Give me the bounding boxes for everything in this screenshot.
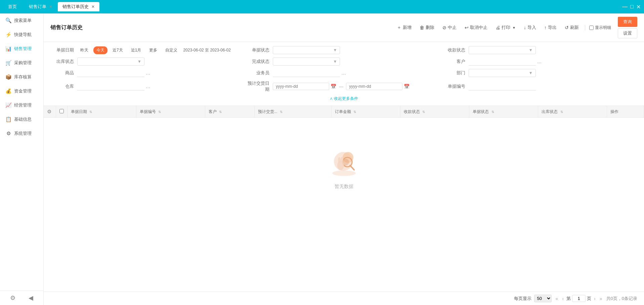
sidebar-item-management[interactable]: 📈 经营管理 bbox=[0, 98, 43, 112]
show-detail-checkbox[interactable]: 显示明细 bbox=[589, 25, 611, 31]
cancel-stop-button[interactable]: ↩ 取消中止 bbox=[463, 23, 489, 32]
total-info: 共0页，0条记录 bbox=[606, 296, 637, 302]
page-word: 第 bbox=[566, 296, 571, 302]
salesman-more-btn[interactable]: ... bbox=[341, 70, 346, 76]
bill-no-input[interactable] bbox=[469, 82, 536, 90]
filter-row-1: 单据日期 昨天 今天 近7天 近1月 更多 自定义 2023-06-02 至 2… bbox=[50, 46, 637, 54]
salesman-input[interactable] bbox=[273, 69, 340, 77]
th-settings[interactable]: ⚙ bbox=[44, 106, 56, 118]
show-detail-input[interactable] bbox=[589, 26, 594, 30]
table-gear-icon[interactable]: ⚙ bbox=[47, 109, 51, 114]
import-button[interactable]: ↓ 导入 bbox=[522, 23, 538, 32]
goods-more-btn[interactable]: ... bbox=[146, 70, 150, 76]
th-customer[interactable]: 客户 ⇅ bbox=[205, 106, 254, 118]
th-bill-no[interactable]: 单据编号 ⇅ bbox=[136, 106, 205, 118]
th-check[interactable] bbox=[56, 106, 67, 118]
collapse-sidebar-icon[interactable]: ◀ bbox=[29, 294, 33, 302]
sidebar-item-quick-nav[interactable]: ⚡ 快捷导航 bbox=[0, 28, 43, 42]
sidebar-item-basic-info[interactable]: 📋 基础信息 bbox=[0, 112, 43, 126]
last-page-button[interactable]: » bbox=[598, 295, 604, 302]
th-payment-status[interactable]: 收款状态 ⇅ bbox=[400, 106, 469, 118]
empty-illustration bbox=[327, 145, 361, 178]
filter-row-3: 商品 ... 业务员 ... 部门 ▼ bbox=[50, 69, 637, 77]
first-page-button[interactable]: « bbox=[554, 295, 560, 302]
main-layout: 🔍 搜索菜单 ⚡ 快捷导航 📊 销售管理 🛒 采购管理 📦 库存核算 💰 资金管… bbox=[0, 13, 644, 305]
th-date[interactable]: 单据日期 ⇅ bbox=[67, 106, 136, 118]
calendar-start-icon[interactable]: 📅 bbox=[331, 84, 336, 89]
select-all-checkbox[interactable] bbox=[59, 109, 64, 113]
window-controls: — □ ✕ bbox=[622, 4, 641, 10]
cancel-stop-icon: ↩ bbox=[465, 25, 469, 30]
page-label: 页 bbox=[587, 296, 591, 302]
salesman-label: 业务员 bbox=[246, 70, 273, 76]
th-bill-status[interactable]: 单据状态 ⇅ bbox=[469, 106, 538, 118]
warehouse-filter[interactable]: ... bbox=[77, 82, 246, 90]
payment-status-select[interactable]: ▼ bbox=[469, 46, 536, 54]
sidebar-item-finance[interactable]: 💰 资金管理 bbox=[0, 84, 43, 98]
date-btn-custom[interactable]: 自定义 bbox=[162, 46, 180, 54]
tab-close-history[interactable]: ✕ bbox=[91, 4, 95, 9]
refresh-button[interactable]: ↺ 刷新 bbox=[563, 23, 581, 32]
payment-status-arrow: ▼ bbox=[529, 48, 533, 52]
export-button[interactable]: ↑ 导出 bbox=[542, 23, 559, 32]
customer-more-btn[interactable]: ... bbox=[537, 59, 542, 65]
dept-filter[interactable]: ▼ bbox=[469, 69, 637, 77]
salesman-filter[interactable]: ... bbox=[273, 69, 441, 77]
bill-status-filter[interactable]: ▼ bbox=[273, 46, 441, 54]
out-status-filter[interactable]: ▼ bbox=[77, 58, 246, 66]
close-window-icon[interactable]: ✕ bbox=[636, 4, 641, 10]
warehouse-input[interactable] bbox=[77, 82, 144, 90]
page-size-select[interactable]: 50 10 20 100 bbox=[534, 295, 552, 302]
customer-input[interactable] bbox=[469, 58, 536, 66]
minimize-icon[interactable]: — bbox=[622, 4, 628, 10]
stop-button[interactable]: ⊘ 中止 bbox=[440, 23, 459, 32]
th-expected-date[interactable]: 预计交货... ⇅ bbox=[254, 106, 331, 118]
delete-icon: 🗑 bbox=[420, 25, 424, 30]
bill-status-select[interactable]: ▼ bbox=[273, 46, 340, 54]
settings-bottom-icon[interactable]: ⚙ bbox=[10, 294, 15, 302]
date-separator: — bbox=[339, 84, 343, 89]
goods-filter[interactable]: ... bbox=[77, 69, 246, 77]
content-area: 销售订单历史 ＋ 新增 🗑 删除 ⊘ 中止 ↩ 取消中止 bbox=[44, 13, 644, 305]
date-label: 单据日期 bbox=[50, 47, 77, 53]
goods-input[interactable] bbox=[77, 69, 144, 77]
sidebar-item-sales[interactable]: 📊 销售管理 bbox=[0, 42, 43, 56]
query-button[interactable]: 查询 bbox=[618, 17, 637, 27]
tab-close-sales-order[interactable]: ✕ bbox=[49, 4, 52, 9]
stop-icon: ⊘ bbox=[442, 25, 446, 30]
print-button[interactable]: 🖨 打印 ▼ bbox=[493, 23, 518, 32]
expected-date-start-input[interactable] bbox=[273, 83, 329, 90]
complete-status-select[interactable]: ▼ bbox=[273, 58, 340, 66]
tab-sales-order-history[interactable]: 销售订单历史 ✕ bbox=[58, 2, 99, 11]
next-page-button[interactable]: › bbox=[593, 295, 597, 302]
expected-date-end-input[interactable] bbox=[346, 83, 402, 90]
delete-button[interactable]: 🗑 删除 bbox=[418, 23, 436, 32]
sidebar-item-system[interactable]: ⚙ 系统管理 bbox=[0, 126, 43, 141]
out-status-select[interactable]: ▼ bbox=[77, 58, 144, 66]
date-btn-more[interactable]: 更多 bbox=[146, 46, 160, 54]
page-number-input[interactable] bbox=[572, 295, 586, 302]
prev-page-button[interactable]: ‹ bbox=[561, 295, 565, 302]
sidebar-item-search[interactable]: 🔍 搜索菜单 bbox=[0, 13, 43, 28]
collapse-bar[interactable]: ∧ 收起更多条件 bbox=[50, 96, 637, 102]
date-btn-yesterday[interactable]: 昨天 bbox=[77, 46, 91, 54]
calendar-end-icon[interactable]: 📅 bbox=[404, 84, 410, 89]
sidebar-item-inventory[interactable]: 📦 库存核算 bbox=[0, 70, 43, 84]
date-btn-1month[interactable]: 近1月 bbox=[128, 46, 144, 54]
settings-button[interactable]: 设置 bbox=[618, 28, 637, 38]
dept-select[interactable]: ▼ bbox=[469, 69, 536, 77]
sidebar-item-purchase[interactable]: 🛒 采购管理 bbox=[0, 56, 43, 70]
complete-status-filter[interactable]: ▼ bbox=[273, 58, 441, 66]
date-btn-today[interactable]: 今天 bbox=[93, 46, 108, 54]
bill-no-filter[interactable] bbox=[469, 82, 637, 90]
customer-filter[interactable]: ... bbox=[469, 58, 637, 66]
tab-home[interactable]: 首页 bbox=[3, 2, 22, 11]
tab-sales-order[interactable]: 销售订单 ✕ bbox=[24, 2, 57, 11]
add-button[interactable]: ＋ 新增 bbox=[395, 23, 414, 32]
warehouse-more-btn[interactable]: ... bbox=[146, 83, 150, 89]
date-btn-7days[interactable]: 近7天 bbox=[110, 46, 126, 54]
restore-icon[interactable]: □ bbox=[630, 4, 634, 10]
th-amount[interactable]: 订单金额 ⇅ bbox=[331, 106, 400, 118]
payment-status-filter[interactable]: ▼ bbox=[469, 46, 637, 54]
th-out-status[interactable]: 出库状态 ⇅ bbox=[538, 106, 607, 118]
